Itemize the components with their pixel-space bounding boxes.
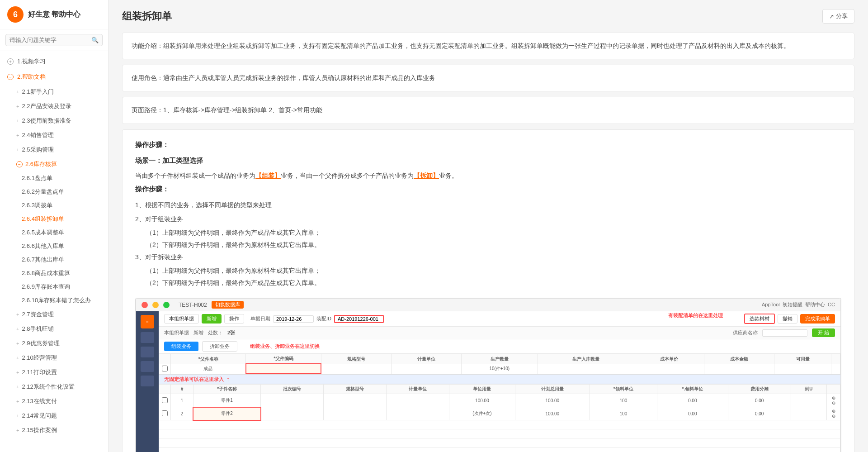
sidebar-item-other-out[interactable]: 2.6.7其他出库单	[0, 253, 108, 266]
field-bom-id[interactable]	[334, 315, 384, 323]
upper-col-cost-price: 成本单价	[634, 354, 704, 364]
collapse-icon: −	[7, 74, 14, 80]
lower-row-5	[159, 438, 840, 447]
app-nav-icon-2[interactable]	[141, 332, 154, 343]
share-button[interactable]: ↗ 分享	[822, 9, 854, 24]
sidebar-item-mobile[interactable]: + 2.8手机旺铺	[0, 322, 108, 336]
lower-row2-ops[interactable]: ⊕ ⊖	[827, 407, 840, 420]
field-supplier[interactable]	[762, 329, 807, 337]
sidebar-item-sales[interactable]: + 2.4销售管理	[0, 128, 108, 143]
switch-db-btn[interactable]: 切换数据库	[212, 301, 244, 309]
sidebar-item-finance[interactable]: + 2.7资金管理	[0, 307, 108, 322]
upper-row1-name: 成品	[171, 364, 246, 374]
lower-table-container: # *子件名称 批次编号 规格型号 计量单位 单位用量 计划总用量 *领料单位	[159, 384, 840, 452]
lower-row1-cost: 0.00	[728, 394, 791, 407]
sidebar-item-purchase[interactable]: + 2.5采购管理	[0, 143, 108, 157]
lower-row-3	[159, 420, 840, 429]
upper-row1-checkbox[interactable]	[162, 366, 168, 371]
lower-row2-num: 2	[171, 407, 193, 420]
search-icon[interactable]: 🔍	[91, 37, 99, 43]
assembly-link[interactable]: 【组装】	[255, 172, 281, 179]
sidebar-item-split-stocktake[interactable]: 2.6.2分量盘点单	[0, 185, 108, 199]
app-nav-icon-5[interactable]	[141, 376, 154, 386]
sidebar-item-print[interactable]: + 2.11打印设置	[0, 365, 108, 380]
upper-row-1: 成品 10(件+10)	[159, 364, 840, 374]
lower-row2-unit	[387, 407, 449, 420]
sidebar-item-ledger-fix[interactable]: 2.6.10库存账本错了怎么办	[0, 294, 108, 307]
sidebar-item-data-prep[interactable]: + 2.3使用前数据准备	[0, 114, 108, 128]
search-box[interactable]: 🔍	[5, 34, 103, 46]
sidebar-item-online-payment[interactable]: + 2.13在线支付	[0, 394, 108, 409]
steps-title: 操作步骤：	[135, 185, 841, 194]
upper-row1-cost-amt	[704, 364, 774, 374]
lower-col-pick-unit: *领料单位	[590, 385, 657, 394]
lower-row1-spec	[324, 394, 387, 407]
lower-col-spec: 规格型号	[324, 385, 387, 394]
plus-icon-small: +	[16, 89, 19, 95]
sidebar-item-cost-recalc[interactable]: 2.6.8商品成本重算	[0, 266, 108, 280]
sidebar-item-beginner[interactable]: + 2.1新手入门	[0, 85, 108, 99]
lower-col-child-name: *子件名称	[193, 385, 260, 394]
intro-card-role: 使用角色：通常由生产人员或库管人员完成拆装业务的操作，库管人员确认原材料的出库和…	[122, 65, 854, 91]
sidebar-item-faq[interactable]: + 2.14常见问题	[0, 409, 108, 423]
sidebar-item-management[interactable]: + 2.10经营管理	[0, 351, 108, 365]
app-nav-icon-3[interactable]	[141, 347, 154, 357]
step-3: 3、对于拆装业务	[135, 251, 841, 263]
sidebar-item-customization[interactable]: + 2.12系统个性化设置	[0, 380, 108, 394]
page-title: 组装拆卸单	[122, 10, 172, 23]
lower-row-6	[159, 447, 840, 452]
upper-col-spec: 规格型号	[321, 354, 391, 364]
lower-row1-check[interactable]	[162, 397, 168, 403]
sidebar-item-inventory[interactable]: − 2.6库存核算	[0, 157, 108, 171]
tab-disassembly[interactable]: 拆卸业务	[202, 341, 237, 352]
btn-org-docs[interactable]: 本组织单据	[164, 314, 199, 324]
btn-complete[interactable]: 完成采购单	[800, 314, 835, 324]
sidebar-item-install[interactable]: + 2.2产品安装及登录	[0, 99, 108, 114]
upper-row1-check[interactable]	[159, 364, 171, 374]
upper-row1-ops-btn[interactable]	[831, 364, 840, 374]
lower-col-pick-qty: *.领料单位	[657, 385, 728, 394]
btn-ok[interactable]: 开 始	[812, 328, 835, 337]
search-input[interactable]	[9, 37, 91, 43]
lower-row1-ops[interactable]: ⊕ ⊖	[827, 394, 840, 407]
sidebar-item-transfer[interactable]: 2.6.3调拨单	[0, 199, 108, 212]
field-date[interactable]	[273, 315, 314, 323]
tab-assembly[interactable]: 组装业务	[164, 342, 198, 351]
docs-sub-list: + 2.1新手入门 + 2.2产品安装及登录 + 2.3使用前数据准备 + 2.…	[0, 85, 108, 438]
sidebar-item-assembly[interactable]: 2.6.4组装拆卸单	[0, 212, 108, 226]
btn-undo[interactable]: 撤销	[778, 314, 797, 324]
sidebar-item-stock-ledger[interactable]: 2.6.9库存账本查询	[0, 280, 108, 294]
intro-card-function: 功能介绍：组装拆卸单用来处理企业组装或拆卸等加工业务，支持有固定装配清单的产品加…	[122, 33, 854, 59]
window-close-btn	[142, 302, 148, 308]
disassembly-link[interactable]: 【拆卸】	[414, 172, 439, 179]
sidebar-item-videos[interactable]: + 1.视频学习	[0, 54, 108, 69]
lower-col-unit-use: 单位用量	[449, 385, 515, 394]
sidebar-item-other-in[interactable]: 2.6.6其他入库单	[0, 239, 108, 253]
upper-table: *父件名称 *父件编码 规格型号 计量单位 生产数量 生产入库数量 成本单价 成…	[159, 354, 840, 374]
upper-col-unit: 计量单位	[391, 354, 461, 364]
sidebar-item-docs[interactable]: − 2.帮助文档	[0, 69, 108, 85]
sidebar-item-cases[interactable]: + 2.15操作案例	[0, 423, 108, 438]
app-nav-icon-1[interactable]: ≡	[141, 315, 154, 328]
sidebar-item-stocktake[interactable]: 2.6.1盘点单	[0, 171, 108, 185]
lower-col-plan-qty: 计划总用量	[515, 385, 590, 394]
upper-row1-cost-price	[634, 364, 704, 374]
app-nav-icon-4[interactable]	[141, 361, 154, 372]
sidebar-item-cost-adjust[interactable]: 2.6.5成本调整单	[0, 226, 108, 239]
btn-add[interactable]: 新增	[202, 314, 222, 324]
upper-row1-spec	[321, 364, 391, 374]
btn-select-material[interactable]: 选款料材	[744, 314, 775, 324]
lower-row2-name: 零件2	[193, 407, 260, 420]
sidebar-label-docs: 2.帮助文档	[17, 73, 46, 81]
intro-card-path: 页面路径：1、库存核算->库存管理->组装拆卸单 2、首页->常用功能	[122, 97, 854, 124]
btn-ops[interactable]: 操作	[224, 314, 244, 324]
sidebar-item-coupon[interactable]: + 2.9优惠券管理	[0, 336, 108, 351]
divider-label: 无固定清单可以在这里录入	[164, 376, 224, 383]
sub-step-disassembly-2: （2）下部明细为子件明细，最终作为产成品生成其它入库单。	[135, 277, 841, 289]
lower-row2-check[interactable]	[162, 410, 168, 416]
ops-title: 操作步骤：	[135, 141, 841, 149]
lower-row-2: 2 零件2 (次件+次) 100.00 100 0.00	[159, 407, 840, 420]
lower-row-1: 1 零件1 100.00 100.00 100 0.00	[159, 394, 840, 407]
field-supplier-label: 供应商名称	[733, 329, 758, 336]
logo-area: 6 好生意 帮助中心	[0, 0, 108, 29]
